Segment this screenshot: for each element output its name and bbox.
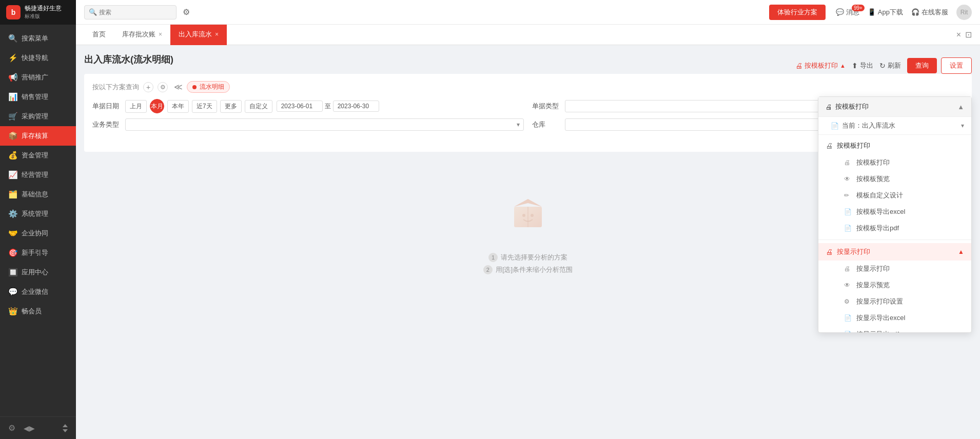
date-btn-custom[interactable]: 自定义 bbox=[245, 100, 272, 113]
template-export-excel-item[interactable]: 📄 按模板导出excel bbox=[818, 204, 971, 220]
topbar-settings-btn[interactable]: ⚙ bbox=[183, 7, 190, 17]
date-btn-more[interactable]: 更多 bbox=[220, 100, 242, 113]
tab-flow-close[interactable]: × bbox=[215, 31, 219, 38]
empty-tip-2: 2 用[选]条件来缩小分析范围 bbox=[483, 265, 573, 274]
template-preview-item[interactable]: 👁 按模板预览 bbox=[818, 171, 971, 187]
tab-flow[interactable]: 出入库流水 × bbox=[170, 25, 227, 45]
page-content: 出入库流水(流水明细) 按以下方案查询 + ⚙ ≪ 流水明细 单据日期 bbox=[76, 45, 980, 439]
export-toolbar-btn[interactable]: ⬆ 导出 bbox=[852, 61, 873, 70]
message-icon: 💬 bbox=[836, 8, 844, 16]
template-print-section-icon: 🖨 bbox=[826, 142, 833, 150]
dropdown-expand-icon[interactable]: ▲ bbox=[957, 103, 964, 111]
doctype-label: 单据类型 bbox=[532, 102, 561, 111]
sidebar-item-label: 新手引导 bbox=[22, 248, 48, 257]
settings-button[interactable]: 设置 bbox=[941, 57, 972, 74]
tip-text-1: 请先选择要分析的方案 bbox=[501, 253, 567, 262]
sidebar-item-sales[interactable]: 📊 销售管理 bbox=[0, 87, 76, 107]
sidebar-collapse-icon[interactable]: ◀▶ bbox=[24, 424, 35, 432]
filter-tag: 流水明细 bbox=[187, 81, 230, 93]
print-template-icon: 🖨 bbox=[795, 62, 802, 70]
sidebar-item-label: 畅会员 bbox=[22, 307, 42, 316]
tab-batch-account-close[interactable]: × bbox=[159, 31, 162, 38]
svg-point-3 bbox=[522, 214, 525, 217]
display-print-settings-item[interactable]: ⚙ 按显示打印设置 bbox=[818, 293, 971, 310]
sidebar-item-app-center[interactable]: 🔲 应用中心 bbox=[0, 263, 76, 282]
online-service-action[interactable]: 🎧 在线客服 bbox=[911, 8, 948, 17]
app-center-icon: 🔲 bbox=[8, 268, 17, 277]
sidebar-item-operations[interactable]: 📈 经营管理 bbox=[0, 165, 76, 185]
sidebar-item-collab[interactable]: 🤝 企业协同 bbox=[0, 224, 76, 243]
sidebar-scroll-up[interactable] bbox=[63, 424, 68, 427]
export-pdf-icon: 📄 bbox=[844, 225, 851, 232]
empty-svg bbox=[505, 189, 551, 235]
display-preview-item[interactable]: 👁 按显示预览 bbox=[818, 277, 971, 293]
sidebar-item-finance[interactable]: 💰 资金管理 bbox=[0, 146, 76, 165]
current-template-info: 📄 当前：出入库流水 bbox=[831, 121, 895, 130]
custom-item-icon: ✏ bbox=[844, 192, 851, 199]
collab-icon: 🤝 bbox=[8, 229, 17, 238]
sidebar-item-vip[interactable]: 👑 畅会员 bbox=[0, 302, 76, 321]
tab-home[interactable]: 首页 bbox=[84, 25, 114, 45]
date-start-input[interactable] bbox=[277, 101, 323, 112]
sidebar-item-basic[interactable]: 🗂️ 基础信息 bbox=[0, 185, 76, 204]
tab-batch-account[interactable]: 库存批次账 × bbox=[114, 25, 170, 45]
sidebar-item-purchase[interactable]: 🛒 采购管理 bbox=[0, 107, 76, 126]
window-minimize-btn[interactable]: × bbox=[956, 30, 961, 39]
template-custom-item[interactable]: ✏ 模板自定义设计 bbox=[818, 187, 971, 204]
sidebar-settings-icon[interactable]: ⚙ bbox=[8, 423, 15, 433]
display-print-section-header[interactable]: 🖨 按显示打印 ▲ bbox=[818, 243, 971, 261]
operations-icon: 📈 bbox=[8, 170, 17, 179]
biz-select[interactable] bbox=[125, 118, 524, 131]
tab-home-label: 首页 bbox=[92, 30, 106, 39]
current-template-row[interactable]: 📄 当前：出入库流水 ▾ bbox=[818, 117, 971, 135]
sidebar-item-label: 采购管理 bbox=[22, 112, 48, 121]
system-icon: ⚙️ bbox=[8, 209, 17, 218]
sidebar-item-label: 经营管理 bbox=[22, 170, 48, 179]
sidebar-item-inventory[interactable]: 📦 库存核算 bbox=[0, 126, 76, 146]
filter-collapse-button[interactable]: ≪ bbox=[174, 82, 183, 92]
display-export-pdf-item[interactable]: 📄 按显示导出pdf bbox=[818, 326, 971, 332]
sidebar-item-search[interactable]: 🔍 搜索菜单 bbox=[0, 29, 76, 48]
topbar-search-input[interactable] bbox=[99, 9, 161, 16]
biz-select-wrap bbox=[125, 118, 524, 131]
headset-icon: 🎧 bbox=[911, 8, 919, 16]
query-button[interactable]: 查询 bbox=[907, 58, 937, 73]
topbar-search-icon: 🔍 bbox=[89, 8, 97, 16]
refresh-icon: ↻ bbox=[879, 62, 886, 70]
filter-add-button[interactable]: + bbox=[143, 82, 153, 92]
sidebar-scroll-down[interactable] bbox=[63, 429, 68, 432]
sidebar-item-marketing[interactable]: 📢 营销推广 bbox=[0, 68, 76, 87]
template-print-section-header[interactable]: 🖨 按模板打印 bbox=[818, 137, 971, 154]
filter-settings-button[interactable]: ⚙ bbox=[158, 82, 168, 92]
topbar-search-box[interactable]: 🔍 bbox=[84, 5, 177, 19]
refresh-toolbar-btn[interactable]: ↻ 刷新 bbox=[879, 61, 901, 70]
template-export-pdf-label: 按模板导出pdf bbox=[856, 224, 899, 233]
template-print-section: 🖨 按模板打印 🖨 按模板打印 👁 按模板预览 bbox=[818, 135, 971, 238]
display-print-section-icon: 🖨 bbox=[826, 248, 833, 256]
date-btn-current-year[interactable]: 本年 bbox=[167, 100, 189, 113]
date-end-input[interactable] bbox=[333, 101, 379, 112]
template-export-pdf-item[interactable]: 📄 按模板导出pdf bbox=[818, 220, 971, 236]
sidebar-item-quick-nav[interactable]: ⚡ 快捷导航 bbox=[0, 48, 76, 68]
user-avatar[interactable]: Rit bbox=[956, 5, 972, 20]
tip-text-2: 用[选]条件来缩小分析范围 bbox=[496, 265, 573, 274]
sidebar-item-system[interactable]: ⚙️ 系统管理 bbox=[0, 204, 76, 224]
sidebar-item-wechat[interactable]: 💬 企业微信 bbox=[0, 282, 76, 302]
display-print-item[interactable]: 🖨 按显示打印 bbox=[818, 261, 971, 277]
date-btn-last-month[interactable]: 上月 bbox=[125, 100, 147, 113]
template-print-item[interactable]: 🖨 按模板打印 bbox=[818, 154, 971, 171]
sidebar-item-label: 应用中心 bbox=[22, 268, 48, 277]
date-btn-7days[interactable]: 近7天 bbox=[192, 100, 217, 113]
industry-solution-button[interactable]: 体验行业方案 bbox=[769, 5, 826, 20]
window-maximize-btn[interactable]: ⊡ bbox=[965, 30, 972, 39]
print-template-toolbar-btn[interactable]: 🖨 按模板打印 ▲ bbox=[795, 61, 846, 70]
display-export-excel-item[interactable]: 📄 按显示导出excel bbox=[818, 310, 971, 326]
filter-date-field: 单据日期 上月 本月 本年 近7天 更多 自定义 至 bbox=[92, 99, 524, 113]
sidebar-item-label: 快捷导航 bbox=[22, 53, 48, 63]
app-download-action[interactable]: 📱 App下载 bbox=[868, 8, 903, 17]
date-btn-current-month[interactable]: 本月 bbox=[150, 99, 164, 113]
current-template-label: 当前：出入库流水 bbox=[842, 121, 895, 130]
display-export-excel-icon: 📄 bbox=[844, 314, 851, 322]
message-action[interactable]: 💬 消息 99+ bbox=[836, 8, 859, 17]
sidebar-item-guide[interactable]: 🎯 新手引导 bbox=[0, 243, 76, 263]
